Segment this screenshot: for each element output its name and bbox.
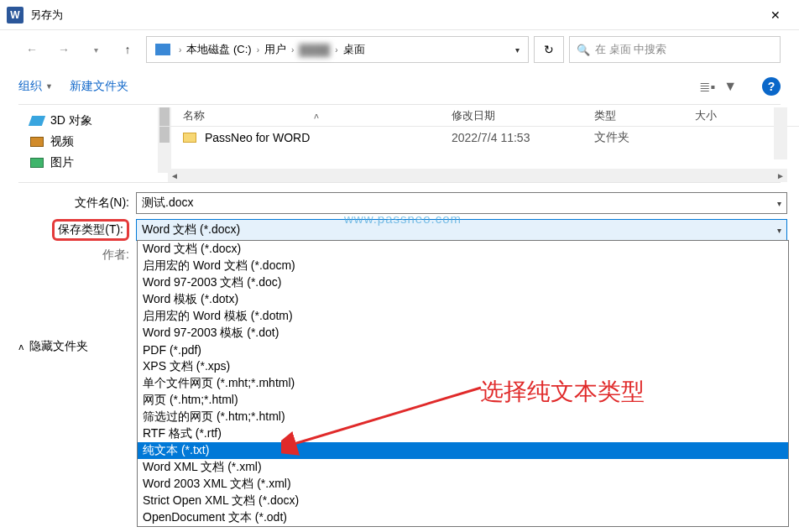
chevron-down-icon[interactable]: ▾ — [777, 226, 781, 235]
view-mode-icon[interactable]: ≣▪ — [699, 79, 715, 95]
crumb-drive[interactable]: 本地磁盘 (C:) — [185, 42, 253, 57]
up-button[interactable]: ↑ — [114, 38, 141, 61]
savetype-option[interactable]: Word 文档 (*.docx) — [138, 241, 788, 258]
savetype-option[interactable]: Word 2003 XML 文档 (*.xml) — [138, 476, 788, 493]
refresh-button[interactable]: ↻ — [534, 36, 564, 63]
savetype-option[interactable]: 启用宏的 Word 模板 (*.dotm) — [138, 308, 788, 325]
toolbar: 组织 ▼ 新建文件夹 ≣▪ ▼ ? — [0, 69, 799, 104]
savetype-value: Word 文档 (*.docx) — [142, 222, 240, 237]
sep-icon: › — [257, 45, 259, 55]
savetype-option[interactable]: Word 模板 (*.dotx) — [138, 291, 788, 308]
organize-button[interactable]: 组织 ▼ — [18, 79, 53, 94]
sidebar-item-label: 3D 对象 — [50, 113, 92, 128]
column-headers: 名称 ʌ 修改日期 类型 大小 — [159, 105, 799, 127]
sort-indicator-icon: ʌ — [314, 111, 319, 120]
sep-icon: › — [291, 45, 294, 55]
titlebar: W 另存为 ✕ — [0, 0, 799, 30]
search-icon: 🔍 — [577, 44, 590, 56]
new-folder-button[interactable]: 新建文件夹 — [70, 79, 128, 94]
savetype-option[interactable]: OpenDocument 文本 (*.odt) — [138, 509, 788, 526]
savetype-option[interactable]: XPS 文档 (*.xps) — [138, 358, 788, 375]
sidebar-item-label: 视频 — [50, 134, 74, 149]
savetype-option[interactable]: PDF (*.pdf) — [138, 342, 788, 358]
savetype-option[interactable]: Strict Open XML 文档 (*.docx) — [138, 493, 788, 509]
organize-label: 组织 — [18, 79, 42, 94]
scroll-right-icon[interactable]: ► — [774, 171, 787, 180]
folder-icon — [183, 133, 196, 143]
hide-folders-label: 隐藏文件夹 — [29, 339, 88, 354]
back-button[interactable]: ← — [18, 38, 45, 61]
file-list: 名称 ʌ 修改日期 类型 大小 PassNeo for WORD 2022/7/… — [159, 105, 799, 182]
savetype-option[interactable]: 网页 (*.htm;*.html) — [138, 392, 788, 409]
column-date[interactable]: 修改日期 — [452, 108, 594, 123]
column-type[interactable]: 类型 — [594, 108, 695, 123]
sidebar: 3D 对象 视频 图片 — [0, 105, 159, 182]
author-label: 作者: — [12, 248, 136, 263]
breadcrumb-dropdown[interactable]: ▾ — [510, 45, 525, 55]
recent-dropdown[interactable]: ▾ — [82, 38, 109, 61]
savetype-option[interactable]: Word XML 文档 (*.xml) — [138, 459, 788, 476]
savetype-option[interactable]: Word 97-2003 模板 (*.dot) — [138, 325, 788, 342]
filename-label: 文件名(N): — [12, 196, 136, 211]
savetype-option[interactable]: Word 97-2003 文档 (*.doc) — [138, 274, 788, 291]
hide-folders-toggle[interactable]: ʌ 隐藏文件夹 — [18, 339, 88, 354]
savetype-option[interactable]: 纯文本 (*.txt) — [138, 442, 788, 459]
savetype-dropdown-list[interactable]: Word 文档 (*.docx)启用宏的 Word 文档 (*.docm)Wor… — [137, 240, 789, 527]
column-size[interactable]: 大小 — [695, 108, 745, 123]
annotation-text: 选择纯文本类型 — [480, 376, 645, 408]
file-row[interactable]: PassNeo for WORD 2022/7/4 11:53 文件夹 — [159, 127, 799, 149]
savetype-option[interactable]: 筛选过的网页 (*.htm;*.html) — [138, 409, 788, 425]
help-button[interactable]: ? — [762, 77, 781, 96]
savetype-option[interactable]: 单个文件网页 (*.mht;*.mhtml) — [138, 375, 788, 392]
window-title: 另存为 — [30, 8, 63, 23]
file-name: PassNeo for WORD — [205, 131, 310, 144]
sidebar-item-videos[interactable]: 视频 — [30, 131, 159, 152]
watermark: www.passneo.com — [344, 211, 462, 226]
savetype-label-text: 保存类型(T): — [52, 219, 129, 241]
3d-objects-icon — [29, 116, 45, 126]
word-icon: W — [7, 7, 24, 23]
search-input[interactable]: 🔍 在 桌面 中搜索 — [569, 36, 781, 63]
file-type: 文件夹 — [594, 130, 695, 145]
savetype-option[interactable]: 启用宏的 Word 文档 (*.docm) — [138, 258, 788, 274]
sep-icon: › — [335, 45, 337, 55]
drive-icon — [155, 44, 170, 55]
crumb-username[interactable]: ████ — [297, 44, 332, 56]
sidebar-item-label: 图片 — [50, 155, 74, 170]
breadcrumb[interactable]: › 本地磁盘 (C:) › 用户 › ████ › 桌面 ▾ — [146, 36, 529, 63]
navbar: ← → ▾ ↑ › 本地磁盘 (C:) › 用户 › ████ › 桌面 ▾ ↻… — [0, 30, 799, 69]
crumb-user[interactable]: 用户 — [263, 42, 288, 57]
video-icon — [30, 137, 44, 147]
chevron-down-icon[interactable]: ▾ — [777, 199, 781, 208]
sep-icon: › — [179, 45, 181, 55]
sidebar-item-3d-objects[interactable]: 3D 对象 — [30, 110, 159, 131]
forward-button[interactable]: → — [50, 38, 77, 61]
picture-icon — [30, 158, 44, 168]
column-name-label: 名称 — [183, 108, 205, 123]
horizontal-scrollbar[interactable]: ◄ ► — [168, 169, 787, 182]
search-placeholder: 在 桌面 中搜索 — [595, 42, 666, 57]
savetype-option[interactable]: RTF 格式 (*.rtf) — [138, 425, 788, 442]
filename-value: 测试.docx — [142, 196, 193, 211]
column-name[interactable]: 名称 ʌ — [183, 108, 452, 123]
crumb-desktop[interactable]: 桌面 — [342, 42, 367, 57]
chevron-up-icon: ʌ — [18, 342, 24, 352]
file-date: 2022/7/4 11:53 — [452, 131, 594, 144]
sidebar-item-pictures[interactable]: 图片 — [30, 152, 159, 173]
scroll-left-icon[interactable]: ◄ — [168, 171, 181, 180]
vertical-scrollbar[interactable] — [774, 107, 787, 159]
savetype-label: 保存类型(T): — [12, 219, 136, 241]
chevron-down-icon: ▼ — [723, 79, 737, 94]
chevron-down-icon: ▼ — [45, 82, 53, 91]
view-options[interactable]: ≣▪ ▼ — [699, 79, 737, 95]
close-button[interactable]: ✕ — [759, 3, 792, 27]
